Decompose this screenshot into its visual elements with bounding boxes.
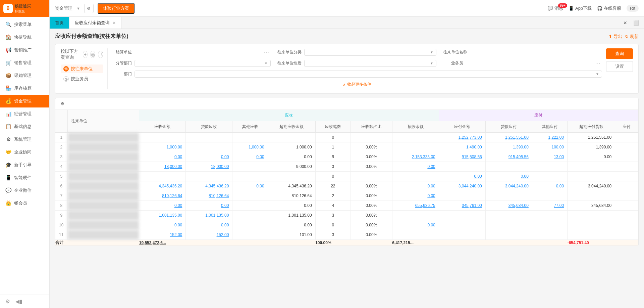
row-cell[interactable] — [232, 211, 268, 220]
row-cell[interactable] — [532, 191, 567, 201]
settings-button[interactable]: 设置 — [606, 61, 633, 72]
row-cell[interactable]: 810,126.64 — [186, 191, 232, 201]
sidebar-item-系统管理[interactable]: ⚙系统管理 — [0, 133, 49, 146]
row-cell[interactable] — [186, 133, 232, 142]
dept-select[interactable]: ▼ — [135, 71, 602, 78]
sidebar-item-基础信息[interactable]: 📋基础信息 — [0, 120, 49, 133]
row-cell[interactable]: 152.00 — [186, 230, 232, 240]
row-cell[interactable]: 3,044,240.00 — [485, 181, 532, 191]
breadcrumb-dropdown-icon[interactable]: ▼ — [76, 6, 80, 10]
sidebar-item-新手引导[interactable]: 🎓新手引导 — [0, 159, 49, 171]
row-cell[interactable]: 1,390.00 — [485, 142, 532, 152]
row-cell[interactable]: 1,490.00 — [439, 142, 485, 152]
row-cell[interactable] — [232, 162, 268, 172]
row-cell[interactable]: 100.00 — [532, 142, 567, 152]
row-cell[interactable]: 1,252,773.00 — [439, 133, 485, 142]
row-cell[interactable]: 655,636.75 — [392, 201, 439, 211]
row-cell[interactable]: 810,126.64 — [139, 191, 186, 201]
row-cell[interactable] — [392, 133, 439, 142]
maximize-window-btn[interactable]: ⬜ — [632, 19, 640, 27]
row-cell[interactable] — [232, 201, 268, 211]
collapse-sidebar-icon[interactable]: ◀▮ — [15, 298, 22, 305]
sidebar-item-营销推广[interactable]: 📢营销推广 — [0, 44, 49, 56]
row-cell[interactable] — [485, 191, 532, 201]
tab-close-icon[interactable]: ✕ — [112, 20, 116, 25]
row-cell[interactable]: 13.00 — [532, 152, 567, 162]
settlement-unit-dots[interactable]: ··· — [263, 49, 271, 55]
sidebar-item-畅会员[interactable]: 👑畅会员 — [0, 197, 49, 210]
row-cell[interactable]: 152.00 — [139, 230, 186, 240]
row-cell[interactable]: 0.00 — [392, 181, 439, 191]
row-cell[interactable] — [392, 172, 439, 181]
row-cell[interactable]: 2,153,333.00 — [392, 152, 439, 162]
row-cell[interactable] — [392, 211, 439, 220]
row-cell[interactable]: 77.00 — [532, 201, 567, 211]
row-cell[interactable]: 915,508.56 — [439, 152, 485, 162]
settings-scheme-button[interactable]: ◎ — [90, 51, 95, 58]
online-service-button[interactable]: 🎧 在线客服 — [597, 5, 621, 11]
promo-button[interactable]: 体验行业方案 — [98, 3, 135, 14]
dept-manager-select[interactable]: ▼ — [135, 60, 271, 67]
row-cell[interactable]: 1,001,135.00 — [186, 211, 232, 220]
sidebar-item-库存核算[interactable]: 🏪库存核算 — [0, 82, 49, 95]
filter-option-salesman[interactable]: ◷ 按业务员 — [61, 75, 103, 83]
row-cell[interactable] — [532, 220, 567, 230]
row-cell[interactable]: 0.00 — [139, 220, 186, 230]
partner-name-input[interactable] — [470, 48, 602, 56]
row-cell[interactable] — [139, 133, 186, 142]
row-cell[interactable] — [186, 172, 232, 181]
row-cell[interactable] — [232, 133, 268, 142]
footer-ar-total[interactable]: 19,553,472,6... — [139, 240, 186, 246]
add-scheme-button[interactable]: + — [83, 51, 88, 58]
row-cell[interactable]: 1,251,551.00 — [485, 133, 532, 142]
row-cell[interactable]: 0.00 — [232, 181, 268, 191]
sidebar-item-经营管理[interactable]: 📊经营管理 — [0, 107, 49, 120]
sidebar-item-智能硬件[interactable]: 📱智能硬件 — [0, 171, 49, 184]
row-cell[interactable]: 345,761.00 — [439, 201, 485, 211]
row-cell[interactable]: 0.00 — [532, 181, 567, 191]
row-cell[interactable]: 18,000.00 — [139, 162, 186, 172]
row-cell[interactable] — [232, 172, 268, 181]
row-cell[interactable] — [392, 230, 439, 240]
salesman-dots[interactable]: ··· — [594, 60, 602, 67]
row-cell[interactable] — [439, 220, 485, 230]
row-cell[interactable] — [532, 211, 567, 220]
row-cell[interactable]: 1,222.00 — [532, 133, 567, 142]
row-cell[interactable] — [485, 220, 532, 230]
row-cell[interactable] — [232, 230, 268, 240]
row-cell[interactable] — [532, 162, 567, 172]
row-cell[interactable]: 0.00 — [392, 162, 439, 172]
sidebar-item-资金管理[interactable]: 💰资金管理 — [0, 95, 49, 107]
message-button[interactable]: 💬 消息 99+ — [548, 5, 563, 11]
row-cell[interactable] — [232, 191, 268, 201]
row-cell[interactable]: 0.00 — [186, 220, 232, 230]
tab-home[interactable]: 首页 — [50, 17, 69, 29]
row-cell[interactable] — [485, 162, 532, 172]
row-cell[interactable] — [532, 230, 567, 240]
row-cell[interactable] — [439, 162, 485, 172]
close-window-btn[interactable]: ✕ — [621, 19, 629, 27]
row-cell[interactable]: 1,001,135.00 — [139, 211, 186, 220]
row-cell[interactable]: 3,044,240.00 — [439, 181, 485, 191]
tab-receivable[interactable]: 应收应付余额查询 ✕ — [69, 17, 121, 29]
row-cell[interactable]: 0.00 — [139, 201, 186, 211]
row-cell[interactable] — [139, 172, 186, 181]
row-cell[interactable]: 0.00 — [186, 201, 232, 211]
sidebar-item-销售管理[interactable]: 🛒销售管理 — [0, 56, 49, 69]
row-cell[interactable] — [186, 142, 232, 152]
table-column-settings-icon[interactable]: ⚙ — [59, 101, 65, 107]
row-cell[interactable]: 18,000.00 — [186, 162, 232, 172]
partner-category-select[interactable]: ▼ — [304, 49, 436, 56]
row-cell[interactable]: 0.00 — [392, 220, 439, 230]
row-cell[interactable] — [439, 191, 485, 201]
settlement-unit-input[interactable] — [135, 48, 260, 56]
row-cell[interactable]: 0.00 — [485, 172, 532, 181]
row-cell[interactable]: 0.00 — [139, 152, 186, 162]
user-info[interactable]: Rit — [627, 5, 639, 12]
row-cell[interactable]: 4,345,436.20 — [139, 181, 186, 191]
row-cell[interactable]: 345,684.00 — [485, 201, 532, 211]
header-gear-button[interactable]: ⚙ — [84, 4, 94, 13]
settings-footer-icon[interactable]: ⚙ — [5, 298, 10, 305]
row-cell[interactable] — [532, 172, 567, 181]
filter-option-partner[interactable]: 畅 按往来单位 — [61, 64, 103, 73]
